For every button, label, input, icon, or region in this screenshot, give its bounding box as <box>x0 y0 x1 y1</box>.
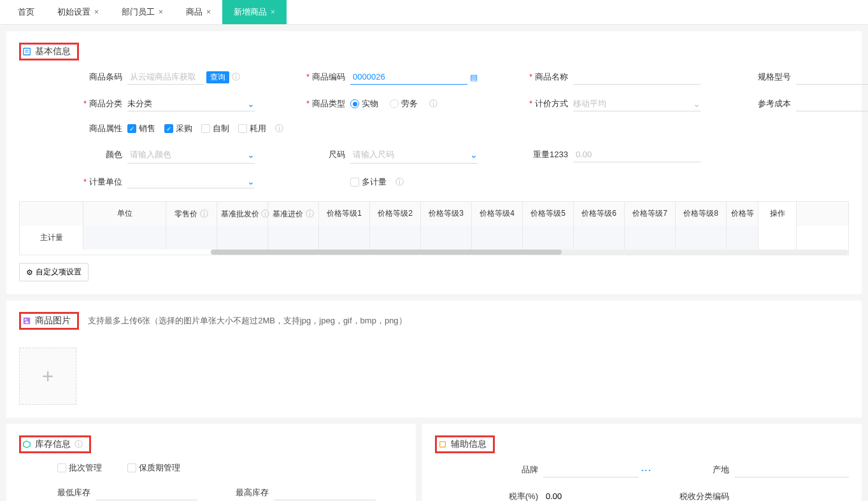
label-taxcode: 税收分类编码 <box>658 491 734 501</box>
th-l7: 价格等级7 <box>625 202 676 226</box>
section-title-basic: 基本信息 <box>35 46 71 57</box>
tab-dept-staff[interactable]: 部门员工× <box>110 0 174 24</box>
brand-picker-button[interactable]: ··· <box>641 465 652 475</box>
th-l4: 价格等级4 <box>472 202 523 226</box>
taxrate-input[interactable] <box>543 489 658 501</box>
svg-point-4 <box>25 319 27 321</box>
plus-icon: + <box>42 365 54 388</box>
help-icon[interactable]: ⓘ <box>232 71 240 83</box>
barcode-query-button[interactable]: 查询 <box>206 71 229 83</box>
th-l-more: 价格等 <box>727 202 758 226</box>
label-weight: 重量1233 <box>478 149 573 160</box>
name-input[interactable] <box>573 69 701 85</box>
spec-input[interactable] <box>796 69 868 85</box>
td-l8[interactable] <box>676 226 727 250</box>
th-l5: 价格等级5 <box>523 202 574 226</box>
help-icon[interactable]: ⓘ <box>306 209 314 218</box>
upload-image-button[interactable]: + <box>19 348 76 405</box>
help-icon[interactable]: ⓘ <box>75 439 83 450</box>
label-unit: 计量单位 <box>32 176 127 188</box>
tab-add-product[interactable]: 新增商品× <box>222 0 287 24</box>
chk-batch[interactable]: 批次管理 <box>57 462 102 474</box>
th-unit: 单位 <box>83 202 166 226</box>
category-select[interactable]: 未分类 ⌄ <box>127 97 255 111</box>
svg-rect-5 <box>440 442 446 448</box>
th-l2: 价格等级2 <box>370 202 421 226</box>
help-icon[interactable]: ⓘ <box>200 209 208 218</box>
images-note: 支持最多上传6张（选择的图片单张大小不超过2MB，支持jpg，jpeg，gif，… <box>88 315 407 327</box>
section-title-images: 商品图片 <box>35 315 71 327</box>
th-action: 操作 <box>758 202 797 226</box>
chk-shelf-life[interactable]: 保质期管理 <box>127 462 180 474</box>
custom-settings-button[interactable]: ⚙ 自定义项设置 <box>19 263 89 281</box>
th-l8: 价格等级8 <box>676 202 727 226</box>
tab-home[interactable]: 首页 <box>6 0 46 24</box>
td-row-label: 主计量 <box>20 226 83 250</box>
scan-icon[interactable]: ▤ <box>470 73 478 82</box>
td-l1[interactable] <box>319 226 370 250</box>
size-select[interactable]: ⌄ <box>350 146 478 164</box>
h-scrollbar[interactable] <box>211 250 848 255</box>
section-title-inventory: 库存信息 <box>35 439 71 450</box>
chk-purchase[interactable]: ✓采购 <box>164 123 192 134</box>
ref-cost-input[interactable] <box>796 96 868 111</box>
unit-select[interactable]: ⌄ <box>127 175 255 188</box>
taxcode-input[interactable] <box>734 489 849 501</box>
label-max-stock: 最高库存 <box>197 487 274 498</box>
chevron-down-icon: ⌄ <box>247 176 255 187</box>
chevron-down-icon: ⌄ <box>470 150 478 160</box>
pricing-method-select[interactable]: 移动平均 ⌄ <box>573 97 701 111</box>
help-icon[interactable]: ⓘ <box>395 176 404 188</box>
td-l7[interactable] <box>625 226 676 250</box>
close-icon[interactable]: × <box>94 8 99 17</box>
close-icon[interactable]: × <box>206 8 211 17</box>
chk-selfmade[interactable]: 自制 <box>201 123 229 134</box>
gear-icon: ⚙ <box>26 268 33 277</box>
chk-multi-unit[interactable]: 多计量 <box>350 176 387 188</box>
image-icon <box>22 316 31 325</box>
td-wholesale[interactable] <box>217 226 268 250</box>
label-taxrate: 税率(%) <box>467 491 543 501</box>
td-action[interactable] <box>758 226 797 250</box>
brand-input[interactable] <box>543 462 639 477</box>
max-stock-input[interactable] <box>274 485 376 500</box>
td-l6[interactable] <box>574 226 625 250</box>
min-stock-input[interactable] <box>96 485 197 500</box>
help-icon[interactable]: ⓘ <box>275 123 283 134</box>
panel-basic: 基本信息 商品条码 查询 ⓘ 商品编码 ▤ 商品名称 规格型号 商品分类 未分类… <box>6 31 862 294</box>
th-l6: 价格等级6 <box>574 202 625 226</box>
price-table: 单位 零售价 ⓘ 基准批发价 ⓘ 基准进价 ⓘ 价格等级1 价格等级2 价格等级… <box>19 201 849 255</box>
td-l4[interactable] <box>472 226 523 250</box>
svg-rect-0 <box>24 48 31 55</box>
radio-service[interactable]: 劳务 <box>390 98 418 109</box>
td-more[interactable] <box>727 226 758 250</box>
label-color: 颜色 <box>32 149 127 160</box>
box-icon <box>22 440 31 449</box>
td-unit[interactable] <box>83 226 166 250</box>
label-category: 商品分类 <box>32 98 127 109</box>
label-type: 商品类型 <box>255 98 350 109</box>
tab-init-settings[interactable]: 初始设置× <box>46 0 110 24</box>
origin-input[interactable] <box>734 462 849 477</box>
td-purchase[interactable] <box>268 226 319 250</box>
color-select[interactable]: ⌄ <box>127 146 255 164</box>
td-l2[interactable] <box>370 226 421 250</box>
close-icon[interactable]: × <box>271 8 275 17</box>
label-barcode: 商品条码 <box>32 71 127 83</box>
panel-images: 商品图片 支持最多上传6张（选择的图片单张大小不超过2MB，支持jpg，jpeg… <box>6 300 862 418</box>
td-l3[interactable] <box>421 226 472 250</box>
tag-icon <box>438 440 447 449</box>
barcode-input[interactable] <box>127 69 204 85</box>
tab-products[interactable]: 商品× <box>174 0 222 24</box>
close-icon[interactable]: × <box>159 8 163 17</box>
td-l5[interactable] <box>523 226 574 250</box>
label-min-stock: 最低库存 <box>19 487 96 498</box>
chk-consume[interactable]: 耗用 <box>238 123 266 134</box>
code-input[interactable] <box>350 69 467 85</box>
radio-physical[interactable]: 实物 <box>350 98 378 109</box>
th-blank <box>20 202 83 226</box>
help-icon[interactable]: ⓘ <box>429 98 438 109</box>
chk-sale[interactable]: ✓销售 <box>127 123 155 134</box>
weight-input[interactable] <box>573 147 701 162</box>
td-retail[interactable] <box>166 226 217 250</box>
